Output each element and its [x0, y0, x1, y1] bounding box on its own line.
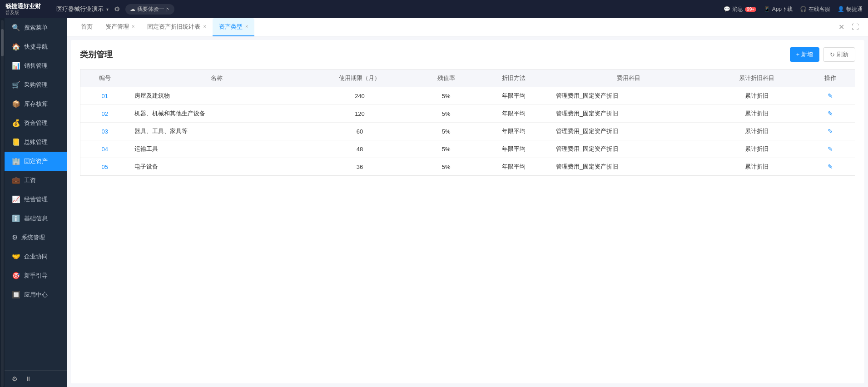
row-id-link[interactable]: 04	[101, 146, 108, 153]
cell-id[interactable]: 05	[80, 158, 129, 176]
sidebar-item-funds[interactable]: 💰 资金管理	[5, 114, 67, 133]
messages-button[interactable]: 💬 消息 99+	[724, 5, 756, 13]
sidebar-item-app-center[interactable]: 🔲 应用中心	[5, 285, 67, 304]
project-name: 医疗器械行业演示	[56, 5, 104, 13]
sidebar-label-enterprise: 企业协同	[24, 253, 48, 261]
sidebar-item-guide[interactable]: 🎯 新手引导	[5, 266, 67, 285]
cell-expense: 管理费用_固定资产折旧	[551, 158, 707, 176]
row-id-link[interactable]: 01	[101, 93, 108, 99]
tab-depreciation-close[interactable]: ×	[203, 24, 206, 29]
experience-button[interactable]: ☁ 我要体验一下	[125, 4, 174, 15]
cell-id[interactable]: 04	[80, 140, 129, 158]
tab-depreciation-report[interactable]: 固定资产折旧统计表 ×	[141, 18, 212, 36]
logo-sub-text: 普及版	[5, 10, 51, 15]
col-expense: 费用科目	[551, 69, 707, 87]
sidebar-label-funds: 资金管理	[24, 119, 48, 127]
settings-icon[interactable]: ⚙	[114, 5, 120, 13]
project-selector[interactable]: 医疗器械行业演示 ▾	[56, 5, 109, 13]
cell-action[interactable]: ✎	[806, 140, 855, 158]
edit-icon[interactable]: ✎	[828, 110, 833, 117]
sidebar-item-basic-info[interactable]: ℹ️ 基础信息	[5, 209, 67, 228]
table-row: 05电子设备365%年限平均管理费用_固定资产折旧累计折旧✎	[80, 158, 855, 176]
row-id-link[interactable]: 03	[101, 128, 108, 135]
grid-icon: 🔲	[12, 291, 20, 299]
edit-icon[interactable]: ✎	[828, 92, 833, 99]
experience-label: 我要体验一下	[137, 5, 170, 13]
cell-action[interactable]: ✎	[806, 105, 855, 123]
handshake-icon: 🤝	[12, 253, 20, 261]
sidebar-label-ledger: 总账管理	[24, 138, 48, 146]
cell-accumulated: 累计折旧	[707, 140, 806, 158]
settings-bottom-icon[interactable]: ⚙	[12, 375, 18, 382]
tab-home[interactable]: 首页	[74, 18, 99, 36]
row-id-link[interactable]: 05	[101, 164, 108, 170]
sidebar-label-system: 系统管理	[21, 233, 45, 242]
cell-expense: 管理费用_固定资产折旧	[551, 123, 707, 140]
sidebar-item-inventory[interactable]: 📦 库存核算	[5, 94, 67, 114]
row-id-link[interactable]: 02	[101, 110, 108, 117]
cell-action[interactable]: ✎	[806, 123, 855, 140]
cell-id[interactable]: 01	[80, 87, 129, 105]
sidebar-item-enterprise[interactable]: 🤝 企业协同	[5, 247, 67, 266]
tab-home-label: 首页	[81, 23, 93, 31]
sidebar-item-search[interactable]: 🔍 搜索菜单	[5, 18, 67, 37]
col-residual: 残值率	[416, 69, 477, 87]
cell-method: 年限平均	[477, 140, 551, 158]
sidebar-item-fixed-assets[interactable]: 🏢 固定资产	[5, 152, 67, 171]
sidebar-item-ledger[interactable]: 📒 总账管理	[5, 133, 67, 152]
cell-period: 120	[304, 105, 416, 123]
app-download-label: App下载	[772, 5, 793, 13]
tab-asset-mgmt-close[interactable]: ×	[132, 24, 134, 29]
sidebar-label-app-center: 应用中心	[24, 291, 48, 299]
cell-residual: 5%	[416, 123, 477, 140]
sidebar-item-salary[interactable]: 💼 工资	[5, 171, 67, 190]
sidebar-item-business[interactable]: 📈 经营管理	[5, 190, 67, 209]
cell-action[interactable]: ✎	[806, 158, 855, 176]
page-actions: + 新增 ↻ 刷新	[790, 47, 855, 62]
col-period: 使用期限（月）	[304, 69, 416, 87]
table-container: 编号 名称 使用期限（月） 残值率 折旧方法 费用科目 累计折旧科目 操作 01…	[80, 69, 855, 176]
sidebar-item-system[interactable]: ⚙ 系统管理	[5, 228, 67, 247]
edit-icon[interactable]: ✎	[828, 145, 833, 153]
table-row: 04运输工具485%年限平均管理费用_固定资产折旧累计折旧✎	[80, 140, 855, 158]
cell-accumulated: 累计折旧	[707, 87, 806, 105]
cell-residual: 5%	[416, 87, 477, 105]
app-logo: 畅捷通好业财 普及版	[5, 3, 51, 15]
expand-icon[interactable]: ⛶	[850, 21, 861, 33]
sidebar-item-purchase[interactable]: 🛒 采购管理	[5, 75, 67, 94]
edit-icon[interactable]: ✎	[828, 163, 833, 170]
sidebar-item-sales[interactable]: 📊 销售管理	[5, 56, 67, 75]
cell-method: 年限平均	[477, 158, 551, 176]
cell-id[interactable]: 02	[80, 105, 129, 123]
app-download-button[interactable]: 📱 App下载	[764, 5, 793, 13]
cell-id[interactable]: 03	[80, 123, 129, 140]
user-icon: 👤	[838, 6, 844, 12]
page-title: 类别管理	[80, 49, 113, 60]
sidebar-label-sales: 销售管理	[24, 62, 48, 70]
cell-name: 房屋及建筑物	[129, 87, 304, 105]
table-row: 01房屋及建筑物2405%年限平均管理费用_固定资产折旧累计折旧✎	[80, 87, 855, 105]
tab-asset-type-close[interactable]: ×	[245, 24, 248, 29]
book-icon: 📒	[12, 138, 20, 146]
table-row: 03器具、工具、家具等605%年限平均管理费用_固定资产折旧累计折旧✎	[80, 123, 855, 140]
customer-service-button[interactable]: 🎧 在线客服	[800, 5, 830, 13]
search-icon: 🔍	[12, 24, 20, 32]
tab-depreciation-label: 固定资产折旧统计表	[147, 23, 200, 31]
col-name: 名称	[129, 69, 304, 87]
user-profile-button[interactable]: 👤 畅捷通	[838, 5, 863, 13]
sidebar-label-business: 经营管理	[24, 195, 48, 203]
cell-name: 电子设备	[129, 158, 304, 176]
tab-asset-mgmt[interactable]: 资产管理 ×	[99, 18, 141, 36]
add-button[interactable]: + 新增	[790, 47, 819, 62]
refresh-button[interactable]: ↻ 刷新	[823, 47, 855, 62]
sidebar-item-quicknav[interactable]: 🏠 快捷导航	[5, 37, 67, 56]
cell-accumulated: 累计折旧	[707, 158, 806, 176]
trending-icon: 📈	[12, 195, 20, 203]
edit-icon[interactable]: ✎	[828, 128, 833, 135]
system-gear-icon: ⚙	[12, 233, 18, 242]
cell-action[interactable]: ✎	[806, 87, 855, 105]
tab-asset-type[interactable]: 资产类型 ×	[213, 18, 254, 36]
header-row: 编号 名称 使用期限（月） 残值率 折旧方法 费用科目 累计折旧科目 操作	[80, 69, 855, 87]
collapse-icon[interactable]: ⏸	[25, 375, 31, 382]
close-window-icon[interactable]: ✕	[837, 21, 846, 33]
